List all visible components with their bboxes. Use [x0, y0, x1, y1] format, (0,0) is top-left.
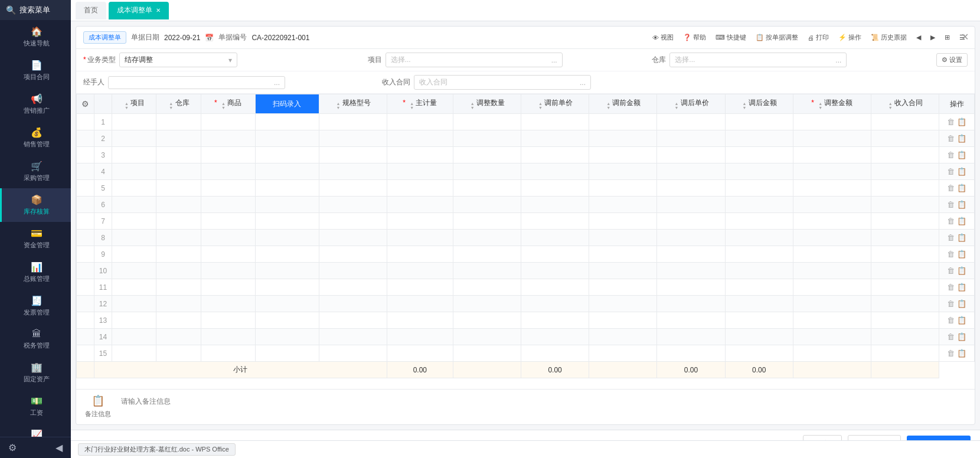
row-adjust-amount-cell[interactable] [793, 114, 871, 130]
row-scan-cell[interactable] [255, 345, 319, 362]
row-scan-cell[interactable] [255, 230, 319, 246]
row-post-unit-price-cell[interactable] [657, 246, 725, 263]
delete-btn[interactable]: 🗑 [947, 233, 955, 242]
row-warehouse-cell[interactable] [156, 246, 201, 263]
row-unit-cell[interactable] [387, 345, 453, 362]
delete-btn[interactable]: 🗑 [947, 266, 955, 275]
row-income-contract-cell[interactable] [871, 163, 939, 180]
row-pre-unit-price-cell[interactable] [521, 197, 589, 213]
row-product-cell[interactable] [201, 230, 255, 246]
row-post-amount-cell[interactable] [725, 114, 793, 130]
sidebar-item-ops-mgmt[interactable]: 📈 经营管理 [0, 423, 71, 437]
row-spec-type-cell[interactable] [319, 329, 387, 345]
delete-btn[interactable]: 🗑 [947, 134, 955, 143]
business-type-input[interactable]: 结存调整 ▾ [119, 53, 237, 67]
row-pre-amount-cell[interactable] [589, 329, 657, 345]
sidebar-item-finance-mgmt[interactable]: 💳 资金管理 [0, 222, 71, 256]
row-scan-cell[interactable] [255, 263, 319, 279]
row-income-contract-cell[interactable] [871, 279, 939, 296]
row-product-cell[interactable] [201, 329, 255, 345]
row-pre-amount-cell[interactable] [589, 114, 657, 130]
row-adjust-amount-cell[interactable] [793, 246, 871, 263]
delete-btn[interactable]: 🗑 [947, 250, 955, 259]
row-adjust-amount-cell[interactable] [793, 230, 871, 246]
row-project-cell[interactable] [112, 147, 156, 163]
delete-btn[interactable]: 🗑 [947, 167, 955, 176]
row-product-cell[interactable] [201, 197, 255, 213]
row-warehouse-cell[interactable] [156, 263, 201, 279]
row-warehouse-cell[interactable] [156, 213, 201, 230]
copy-btn[interactable]: 📋 [957, 134, 966, 143]
sidebar-item-inventory-check[interactable]: 📦 库存核算 [0, 188, 71, 222]
row-unit-cell[interactable] [387, 329, 453, 345]
row-post-unit-price-cell[interactable] [657, 163, 725, 180]
row-project-cell[interactable] [112, 246, 156, 263]
row-product-cell[interactable] [201, 296, 255, 312]
delete-btn[interactable]: 🗑 [947, 117, 955, 126]
row-spec-type-cell[interactable] [319, 197, 387, 213]
delete-btn[interactable]: 🗑 [947, 283, 955, 292]
row-unit-cell[interactable] [387, 147, 453, 163]
row-warehouse-cell[interactable] [156, 329, 201, 345]
tab-close-icon[interactable]: ✕ [156, 7, 161, 14]
copy-btn[interactable]: 📋 [957, 151, 966, 159]
row-post-unit-price-cell[interactable] [657, 345, 725, 362]
row-spec-type-cell[interactable] [319, 230, 387, 246]
row-warehouse-cell[interactable] [156, 147, 201, 163]
copy-btn[interactable]: 📋 [957, 250, 966, 259]
row-pre-unit-price-cell[interactable] [521, 279, 589, 296]
row-product-cell[interactable] [201, 213, 255, 230]
delete-btn[interactable]: 🗑 [947, 316, 955, 325]
copy-btn[interactable]: 📋 [957, 316, 966, 325]
settings-btn[interactable]: ⚙ 设置 [936, 53, 968, 67]
col-pre-amount[interactable]: ▲▼ 调前金额 [589, 94, 657, 114]
row-adjust-qty-cell[interactable] [453, 329, 521, 345]
copy-btn[interactable]: 📋 [957, 167, 966, 176]
row-warehouse-cell[interactable] [156, 180, 201, 197]
row-adjust-qty-cell[interactable] [453, 197, 521, 213]
row-pre-amount-cell[interactable] [589, 197, 657, 213]
row-post-amount-cell[interactable] [725, 147, 793, 163]
row-pre-amount-cell[interactable] [589, 230, 657, 246]
row-income-contract-cell[interactable] [871, 197, 939, 213]
row-income-contract-cell[interactable] [871, 213, 939, 230]
taskbar-item[interactable]: 木门行业好业财处理方案-墓红红.doc - WPS Office [78, 443, 236, 456]
view-btn[interactable]: 👁视图 [650, 32, 676, 43]
doc-close-btn[interactable]: ✕ [961, 31, 969, 42]
row-pre-unit-price-cell[interactable] [521, 263, 589, 279]
row-post-unit-price-cell[interactable] [657, 279, 725, 296]
grid-view-btn[interactable]: ⊞ [942, 32, 952, 42]
row-project-cell[interactable] [112, 279, 156, 296]
row-pre-unit-price-cell[interactable] [521, 230, 589, 246]
row-adjust-amount-cell[interactable] [793, 296, 871, 312]
row-spec-type-cell[interactable] [319, 312, 387, 329]
row-adjust-qty-cell[interactable] [453, 130, 521, 147]
delete-btn[interactable]: 🗑 [947, 217, 955, 225]
handler-input[interactable]: ... [108, 76, 285, 89]
row-product-cell[interactable] [201, 163, 255, 180]
row-adjust-qty-cell[interactable] [453, 345, 521, 362]
row-pre-amount-cell[interactable] [589, 279, 657, 296]
sidebar-item-fixed-assets[interactable]: 🏢 固定资产 [0, 356, 71, 390]
row-unit-cell[interactable] [387, 279, 453, 296]
shortcut-btn[interactable]: ⌨快捷键 [713, 32, 749, 43]
row-unit-cell[interactable] [387, 130, 453, 147]
row-pre-amount-cell[interactable] [589, 130, 657, 147]
prev-btn[interactable]: ◀ [914, 32, 923, 42]
row-unit-cell[interactable] [387, 246, 453, 263]
row-income-contract-cell[interactable] [871, 130, 939, 147]
row-post-amount-cell[interactable] [725, 296, 793, 312]
row-product-cell[interactable] [201, 312, 255, 329]
row-adjust-amount-cell[interactable] [793, 263, 871, 279]
row-product-cell[interactable] [201, 147, 255, 163]
row-unit-cell[interactable] [387, 213, 453, 230]
row-scan-cell[interactable] [255, 197, 319, 213]
notes-input[interactable] [119, 394, 968, 418]
history-btn[interactable]: 📜历史票据 [868, 32, 909, 43]
copy-btn[interactable]: 📋 [957, 184, 966, 192]
row-product-cell[interactable] [201, 263, 255, 279]
row-project-cell[interactable] [112, 163, 156, 180]
row-pre-unit-price-cell[interactable] [521, 147, 589, 163]
row-adjust-qty-cell[interactable] [453, 246, 521, 263]
delete-btn[interactable]: 🗑 [947, 299, 955, 308]
